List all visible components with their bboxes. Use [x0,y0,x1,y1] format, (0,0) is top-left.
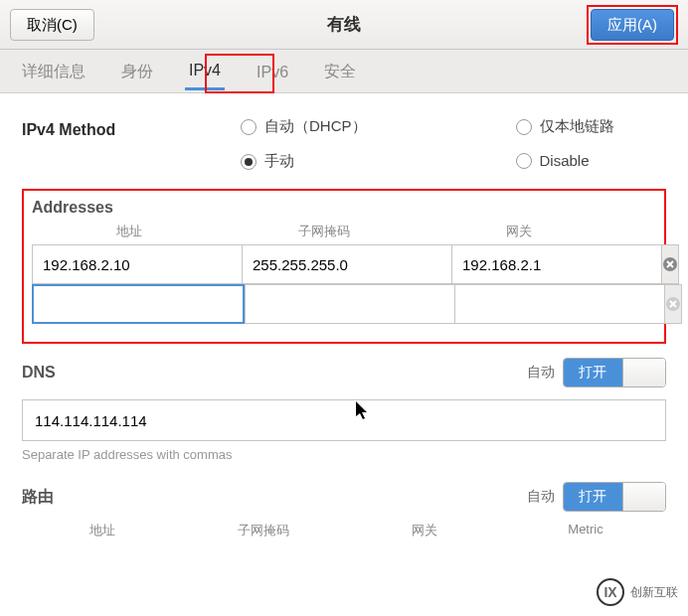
tab-details[interactable]: 详细信息 [18,52,89,90]
apply-button[interactable]: 应用(A) [591,9,674,41]
netmask-input-1[interactable] [245,284,454,324]
tab-ipv6[interactable]: IPv6 [253,54,292,89]
radio-dot-icon [516,119,532,135]
close-icon [662,256,678,272]
radio-manual-label: 手动 [264,152,294,171]
radio-linklocal[interactable]: 仅本地链路 [516,117,614,136]
window-title: 有线 [0,13,688,36]
ipv4-method-label: IPv4 Method [22,117,161,139]
routes-header-row: 路由 自动 打开 [22,482,666,512]
ipv4-method-row: IPv4 Method 自动（DHCP） 手动 仅本地链路 [22,117,666,171]
dns-auto-switch[interactable]: 打开 [563,358,666,387]
switch-on-label: 打开 [564,359,622,386]
ipv4-method-options: 自动（DHCP） 手动 仅本地链路 Disable [241,117,614,171]
watermark: IX 创新互联 [593,574,682,610]
col-gateway: 网关 [422,223,616,240]
delete-row-0-button[interactable] [662,244,679,284]
gateway-input-0[interactable] [451,244,662,284]
tab-identity[interactable]: 身份 [117,52,157,90]
addresses-header: 地址 子网掩码 网关 [32,223,656,240]
routes-col-metric: Metric [505,522,666,539]
radio-dhcp-label: 自动（DHCP） [264,117,367,136]
tab-bar: 详细信息 身份 IPv4 IPv6 安全 [0,50,688,93]
headerbar: 取消(C) 有线 应用(A) [0,0,688,50]
close-icon [665,296,681,312]
addresses-title: Addresses [32,199,656,217]
network-settings-dialog: 取消(C) 有线 应用(A) 详细信息 身份 IPv4 IPv6 安全 IPv4… [0,0,688,616]
routes-auto-switch[interactable]: 打开 [563,482,666,512]
routes-header: 地址 子网掩码 网关 Metric [22,522,666,539]
address-input-0[interactable] [32,244,242,284]
col-netmask: 子网掩码 [227,223,422,240]
content-pane: IPv4 Method 自动（DHCP） 手动 仅本地链路 [0,93,688,539]
routes-col-gateway: 网关 [344,522,505,539]
dns-hint: Separate IP addresses with commas [22,447,666,462]
address-input-1[interactable] [32,284,245,324]
radio-dot-icon [241,119,257,135]
address-row-1 [32,284,656,324]
apply-highlight: 应用(A) [587,5,678,45]
col-address: 地址 [32,223,227,240]
radio-manual[interactable]: 手动 [241,152,367,171]
tab-ipv4[interactable]: IPv4 [185,52,225,90]
routes-auto-label: 自动 [527,488,555,506]
radio-dot-icon [241,154,257,170]
netmask-input-0[interactable] [242,244,451,284]
watermark-logo-icon: IX [597,578,624,606]
delete-row-1-button [665,284,682,324]
radio-linklocal-label: 仅本地链路 [540,117,614,136]
dns-auto-label: 自动 [527,364,555,382]
dns-label: DNS [22,364,527,382]
routes-col-netmask: 子网掩码 [183,522,344,539]
cancel-button[interactable]: 取消(C) [10,9,94,41]
watermark-text: 创新互联 [630,584,678,601]
radio-disable[interactable]: Disable [516,152,614,169]
radio-disable-label: Disable [540,152,590,169]
routes-col-address: 地址 [22,522,183,539]
switch-knob [622,483,665,511]
addresses-section: Addresses 地址 子网掩码 网关 [22,189,666,344]
address-row-0 [32,244,656,284]
switch-knob [622,359,665,386]
radio-dot-icon [516,153,532,169]
switch-on-label: 打开 [564,483,622,511]
radio-dhcp[interactable]: 自动（DHCP） [241,117,367,136]
dns-header-row: DNS 自动 打开 [22,358,666,387]
dns-servers-input[interactable] [22,399,666,441]
routes-label: 路由 [22,487,527,508]
tab-security[interactable]: 安全 [320,52,360,90]
gateway-input-1[interactable] [454,284,665,324]
